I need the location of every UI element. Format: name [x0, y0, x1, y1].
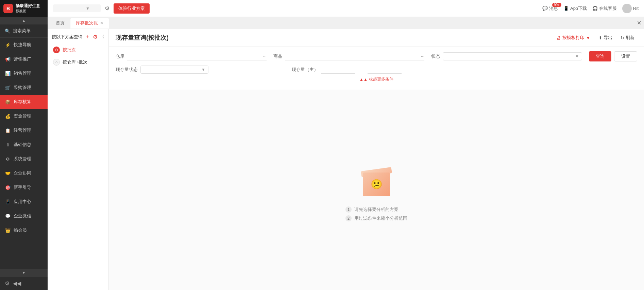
sidebar-search[interactable]: 🔍 搜索菜单 — [0, 24, 48, 38]
tab-batch-account[interactable]: 库存批次账 ✕ — [70, 18, 109, 29]
operations-icon: 📋 — [5, 127, 11, 133]
sidebar-scroll-up[interactable]: ▲ — [0, 17, 48, 24]
inventory-qty-to-input[interactable] — [368, 67, 425, 72]
tab-home[interactable]: 首页 — [50, 18, 70, 28]
sidebar-item-basic-info[interactable]: ℹ 基础信息 — [0, 138, 48, 152]
app-logo: B — [3, 4, 13, 13]
page-header-actions: 🖨 按模板打印 ▼ ⬆ 导出 ↻ 刷新 — [554, 33, 637, 42]
content-area: 按以下方案查询 ＋ ⚙ 《 ⊙ 按批次 ○ 按仓库+批次 现存量查询(按批次) — [48, 29, 644, 290]
collapse-panel-icon[interactable]: 《 — [100, 34, 104, 40]
refresh-button[interactable]: ↻ 刷新 — [618, 33, 637, 42]
query-button[interactable]: 查询 — [589, 51, 611, 61]
sidebar-item-label: 企业协同 — [14, 170, 31, 176]
user-profile-action[interactable]: Rit — [622, 4, 639, 13]
left-panel-actions: ＋ ⚙ 《 — [85, 33, 104, 40]
print-button[interactable]: 🖨 按模板打印 ▼ — [554, 33, 593, 42]
headset-icon: 🎧 — [592, 6, 598, 11]
warehouse-input[interactable] — [127, 54, 262, 59]
inventory-qty-from-wrap[interactable] — [321, 66, 355, 74]
scheme-batch[interactable]: ⊙ 按批次 — [48, 44, 108, 56]
export-button[interactable]: ⬆ 导出 — [596, 33, 615, 42]
sidebar-nav: 🔍 搜索菜单 ⚡ 快捷导航 📢 营销推广 📊 销售管理 🛒 采购管理 📦 库存核… — [0, 24, 48, 269]
sidebar-item-purchase[interactable]: 🛒 采购管理 — [0, 80, 48, 95]
topbar: ▼ ⚙ 体验行业方案 💬 消息 99+ 📱 App下载 🎧 在线客服 Rit — [48, 0, 644, 17]
data-area: 😕 1 请先选择要分析的方案 2 用过滤条件来缩小分析范围 — [109, 90, 644, 290]
page-header: 现存量查询(按批次) 🖨 按模板打印 ▼ ⬆ 导出 ↻ 刷新 — [109, 29, 644, 47]
goods-more-icon[interactable]: ··· — [421, 54, 424, 59]
settings-button[interactable]: 设置 — [614, 51, 637, 61]
sidebar-item-app-center[interactable]: 📱 应用中心 — [0, 195, 48, 209]
experience-button[interactable]: 体验行业方案 — [114, 3, 150, 14]
sidebar-item-wechat[interactable]: 💬 企业微信 — [0, 209, 48, 223]
print-dropdown-icon[interactable]: ▼ — [586, 35, 590, 40]
inventory-status-dropdown-icon: ▼ — [201, 67, 205, 72]
quick-nav-icon: ⚡ — [5, 42, 11, 48]
goods-label: 商品 — [273, 53, 282, 59]
tab-bar: 首页 库存批次账 ✕ ✕ — [48, 17, 644, 29]
basic-info-icon: ℹ — [5, 142, 11, 148]
print-label: 按模板打印 — [562, 35, 584, 41]
inventory-status-label: 现存量状态 — [116, 67, 138, 73]
tab-bar-close-button[interactable]: ✕ — [637, 20, 641, 26]
inventory-icon: 📦 — [5, 99, 11, 105]
filter-area: 仓库 ··· 商品 ··· — [109, 47, 644, 90]
scheme-warehouse-batch[interactable]: ○ 按仓库+批次 — [48, 56, 108, 68]
sidebar-item-marketing[interactable]: 📢 营销推广 — [0, 52, 48, 66]
topbar-gear-icon[interactable]: ⚙ — [105, 5, 109, 12]
sidebar-item-member[interactable]: 👑 畅会员 — [0, 223, 48, 237]
app-center-icon: 📱 — [5, 199, 11, 205]
right-panel: 现存量查询(按批次) 🖨 按模板打印 ▼ ⬆ 导出 ↻ 刷新 — [109, 29, 644, 290]
footer-settings-icon[interactable]: ⚙ — [5, 280, 10, 287]
sidebar-item-guide[interactable]: 🎯 新手引导 — [0, 180, 48, 195]
sidebar-item-inventory[interactable]: 📦 库存核算 — [0, 95, 48, 109]
tab-batch-label: 库存批次账 — [76, 20, 98, 26]
print-icon: 🖨 — [557, 35, 561, 40]
tab-close-icon[interactable]: ✕ — [100, 21, 103, 25]
inventory-qty-to-wrap[interactable] — [368, 66, 402, 74]
warehouse-input-wrap[interactable]: ··· — [127, 52, 267, 60]
refresh-icon: ↻ — [621, 35, 624, 40]
sidebar-item-system[interactable]: ⚙ 系统管理 — [0, 152, 48, 166]
guide-icon: 🎯 — [5, 184, 11, 191]
left-panel-title: 按以下方案查询 — [52, 34, 83, 40]
settings-scheme-icon[interactable]: ⚙ — [93, 34, 98, 40]
tab-home-label: 首页 — [56, 20, 65, 26]
hint-num-2: 2 — [345, 215, 352, 221]
warehouse-more-icon[interactable]: ··· — [263, 54, 267, 59]
enterprise-icon: 🤝 — [5, 170, 11, 176]
status-select[interactable]: ▼ — [443, 52, 582, 60]
footer-collapse-icon[interactable]: ◀◀ — [13, 280, 21, 287]
page-title: 现存量查询(按批次) — [116, 34, 169, 42]
sidebar-item-label: 库存核算 — [14, 99, 31, 105]
sidebar-item-quick-nav[interactable]: ⚡ 快捷导航 — [0, 38, 48, 52]
messages-action[interactable]: 💬 消息 99+ — [542, 5, 558, 12]
app-info: 畅康通好生意 标准版 — [16, 3, 40, 14]
messages-badge: 99+ — [552, 3, 561, 7]
goods-input[interactable] — [285, 54, 420, 59]
sidebar-item-sales[interactable]: 📊 销售管理 — [0, 66, 48, 80]
add-scheme-icon[interactable]: ＋ — [85, 33, 90, 40]
sidebar-item-label: 销售管理 — [14, 70, 31, 76]
sidebar-scroll-down[interactable]: ▼ — [0, 269, 48, 276]
scheme-batch-icon: ⊙ — [53, 47, 60, 53]
goods-input-wrap[interactable]: ··· — [285, 52, 424, 60]
app-download-action[interactable]: 📱 App下载 — [563, 5, 587, 12]
sidebar-item-operations[interactable]: 📋 经营管理 — [0, 123, 48, 138]
collapse-label: 收起更多条件 — [369, 76, 393, 82]
inventory-status-select[interactable]: ▼ — [140, 66, 208, 74]
online-service-action[interactable]: 🎧 在线客服 — [592, 5, 617, 12]
purchase-icon: 🛒 — [5, 85, 11, 91]
topbar-dropdown-icon[interactable]: ▼ — [86, 6, 90, 11]
sales-icon: 📊 — [5, 70, 11, 76]
collapse-more-conditions[interactable]: ▲▲ 收起更多条件 — [116, 74, 637, 85]
online-service-label: 在线客服 — [599, 5, 617, 12]
app-company: 畅康通好生意 — [16, 3, 40, 9]
topbar-search-area: ▼ — [53, 4, 101, 12]
left-panel-header: 按以下方案查询 ＋ ⚙ 《 — [48, 33, 108, 44]
sidebar-item-label: 经营管理 — [14, 127, 31, 133]
topbar-search-input[interactable] — [56, 6, 84, 11]
left-panel: 按以下方案查询 ＋ ⚙ 《 ⊙ 按批次 ○ 按仓库+批次 — [48, 29, 109, 290]
sidebar-item-enterprise[interactable]: 🤝 企业协同 — [0, 166, 48, 180]
scheme-warehouse-batch-label: 按仓库+批次 — [63, 59, 87, 65]
sidebar-item-finance[interactable]: 💰 资金管理 — [0, 109, 48, 123]
